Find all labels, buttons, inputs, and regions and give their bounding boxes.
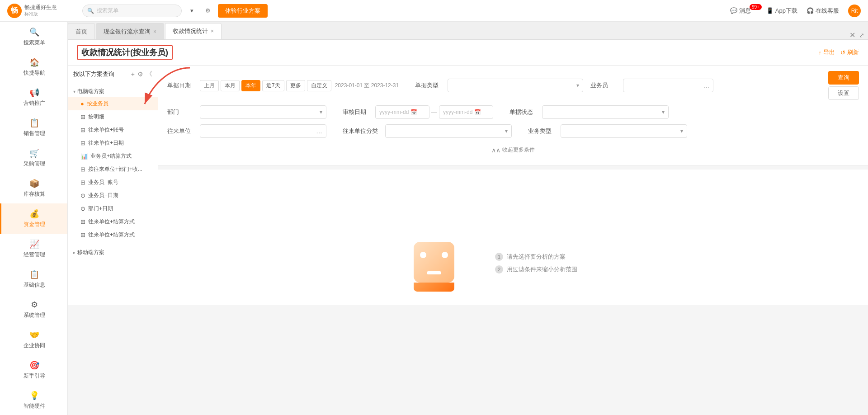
scheme-item-by-detail[interactable]: ⊞ 按明细	[68, 110, 158, 123]
tab-bar-restore-button[interactable]: ⤢	[859, 32, 864, 39]
collapse-arrow-icon: ∧∧	[491, 146, 500, 154]
scheme-item-partner-settlement1[interactable]: ⊞ 往来单位+结算方式	[68, 215, 158, 228]
scheme-partner-settlement2-icon: ⊞	[80, 231, 85, 238]
date-filter-label: 单据日期	[167, 81, 193, 90]
inventory-icon: 📦	[29, 179, 39, 189]
tab-collection-stats-close-icon[interactable]: ×	[211, 28, 214, 34]
sidebar-item-search[interactable]: 🔍 搜索菜单	[0, 22, 67, 52]
sidebar-item-quick-nav[interactable]: 🏠 快捷导航	[0, 52, 67, 82]
date-range-display: 2023-01-01 至 2023-12-31	[335, 82, 399, 90]
tab-bank-flow[interactable]: 现金银行流水查询 ×	[96, 23, 164, 39]
page-actions: ↑ 导出 ↺ 刷新	[819, 48, 859, 57]
scheme-item-partner-account[interactable]: ⊞ 往来单位+账号	[68, 123, 158, 137]
sidebar-item-guide[interactable]: 🎯 新手引导	[0, 355, 67, 385]
scheme-collapse-button[interactable]: 《	[146, 70, 152, 78]
scheme-setting-button[interactable]: ⚙	[137, 70, 143, 78]
tab-bank-flow-label: 现金银行流水查询	[104, 28, 151, 36]
scheme-item-salesman-settlement[interactable]: 📊 业务员+结算方式	[68, 150, 158, 163]
date-btn-7days[interactable]: 近7天	[262, 80, 284, 91]
review-date-range: yyyy-mm-dd 📅 — yyyy-mm-dd 📅	[375, 105, 493, 119]
scheme-partner-date-label: 往来单位+日期	[88, 139, 124, 147]
refresh-button[interactable]: ↺ 刷新	[840, 48, 859, 57]
doc-status-select[interactable]: ▾	[542, 105, 669, 119]
date-btn-custom[interactable]: 自定义	[307, 80, 331, 91]
sidebar: 🔍 搜索菜单 🏠 快捷导航 📢 营销推广 📋 销售管理 🛒 采购管理 📦 库存核…	[0, 22, 68, 415]
scheme-item-partner-date[interactable]: ⊞ 往来单位+日期	[68, 137, 158, 150]
online-service-button[interactable]: 🎧 在线客服	[807, 7, 839, 15]
partner-more-icon[interactable]: …	[316, 127, 322, 135]
dept-chevron-icon: ▾	[320, 109, 322, 115]
mobile-group-label: 移动端方案	[77, 249, 104, 256]
tab-bar-close-all-button[interactable]: ✕	[849, 31, 855, 39]
user-avatar-button[interactable]: Rit	[848, 5, 861, 17]
review-date-to-input[interactable]: yyyy-mm-dd 📅	[439, 105, 493, 119]
date-btn-more[interactable]: 更多	[286, 80, 305, 91]
trial-industry-button[interactable]: 体验行业方案	[218, 4, 268, 18]
sidebar-item-sales[interactable]: 📋 销售管理	[0, 113, 67, 143]
partner-select[interactable]: …	[200, 124, 326, 138]
settings-gear-button[interactable]: ⚙	[202, 5, 214, 17]
date-btn-this-year[interactable]: 本年	[241, 80, 260, 91]
hint-text-2: 用过滤条件来缩小分析范围	[507, 265, 577, 274]
query-button[interactable]: 查询	[828, 71, 859, 85]
message-button[interactable]: 💬 消息 99+	[730, 7, 757, 15]
tab-collection-stats[interactable]: 收款情况统计 ×	[165, 23, 222, 39]
mobile-scheme-group-title[interactable]: ▸ 移动端方案	[68, 247, 158, 258]
tab-collection-stats-label: 收款情况统计	[173, 27, 208, 35]
scheme-partner-account-icon: ⊞	[80, 127, 85, 133]
dept-select[interactable]: ▾	[200, 105, 326, 119]
empty-hint-2: 2 用过滤条件来缩小分析范围	[495, 265, 577, 274]
main-content: 按以下方案查询 + ⚙ 《 ▾ 电脑端方案	[68, 66, 868, 305]
empty-robot-illustration	[414, 242, 454, 292]
salesman-select[interactable]: …	[623, 79, 713, 92]
system-icon: ⚙	[31, 300, 38, 310]
sidebar-label-finance: 资金管理	[24, 221, 45, 228]
sidebar-item-inventory[interactable]: 📦 库存核算	[0, 173, 67, 203]
sidebar-label-sales: 销售管理	[24, 130, 45, 137]
scheme-salesman-settlement-icon: 📊	[80, 153, 88, 160]
partner-cat-select[interactable]: ▾	[385, 124, 512, 138]
sidebar-item-marketing[interactable]: 📢 营销推广	[0, 82, 67, 113]
tab-home[interactable]: 首页	[68, 23, 95, 39]
scheme-item-by-salesman[interactable]: ● 按业务员	[68, 97, 158, 110]
scheme-item-salesman-account[interactable]: ⊞ 业务员+账号	[68, 176, 158, 189]
empty-hint-1: 1 请先选择要分析的方案	[495, 253, 577, 261]
sidebar-item-finance[interactable]: 💰 资金管理	[0, 203, 67, 234]
menu-search-bar[interactable]: 🔍 搜索菜单	[82, 5, 182, 17]
app-download-button[interactable]: 📱 App下载	[766, 7, 797, 15]
biz-type-select[interactable]: ▾	[561, 124, 687, 138]
settings-button[interactable]: 设置	[828, 86, 859, 100]
calendar-to-icon: 📅	[474, 109, 481, 115]
collapse-more-btn[interactable]: ∧∧ 收起更多条件	[167, 143, 859, 156]
sidebar-item-system[interactable]: ⚙ 系统管理	[0, 294, 67, 325]
export-button[interactable]: ↑ 导出	[819, 48, 835, 57]
date-btn-last-month[interactable]: 上月	[200, 80, 219, 91]
scheme-item-salesman-date[interactable]: ⊙ 业务员+日期	[68, 189, 158, 202]
scheme-add-button[interactable]: +	[131, 70, 135, 78]
date-btn-this-month[interactable]: 本月	[221, 80, 240, 91]
nav-dropdown-button[interactable]: ▾	[185, 5, 198, 17]
sidebar-item-smart-hw[interactable]: 💡 智能硬件	[0, 385, 67, 415]
scheme-salesman-label: 按业务员	[87, 100, 108, 108]
operations-icon: 📈	[29, 239, 39, 249]
desktop-scheme-group: ▾ 电脑端方案 ● 按业务员 ⊞ 按明细 ⊞	[68, 83, 158, 244]
sidebar-item-purchase[interactable]: 🛒 采购管理	[0, 143, 67, 173]
tab-bank-flow-close-icon[interactable]: ×	[153, 28, 156, 35]
enterprise-icon: 🤝	[29, 330, 39, 340]
sidebar-item-basic-info[interactable]: 📋 基础信息	[0, 264, 67, 294]
calendar-from-icon: 📅	[410, 109, 417, 115]
sidebar-item-operations[interactable]: 📈 经营管理	[0, 234, 67, 264]
sidebar-item-enterprise[interactable]: 🤝 企业协同	[0, 325, 67, 355]
page-inner: 收款情况统计(按业务员) ↑ 导出 ↺ 刷新	[68, 40, 868, 415]
scheme-item-partner-settlement2[interactable]: ⊞ 往来单位+结算方式	[68, 228, 158, 241]
message-icon: 💬	[730, 7, 737, 14]
empty-state-area: 1 请先选择要分析的方案 2 用过滤条件来缩小分析范围	[158, 170, 868, 305]
review-date-from-input[interactable]: yyyy-mm-dd 📅	[375, 105, 429, 119]
service-icon: 🎧	[807, 7, 814, 14]
salesman-more-icon[interactable]: …	[703, 82, 709, 89]
scheme-item-dept-date[interactable]: ⊙ 部门+日期	[68, 202, 158, 215]
desktop-scheme-group-title[interactable]: ▾ 电脑端方案	[68, 86, 158, 97]
scheme-partner-account-label: 往来单位+账号	[88, 126, 124, 134]
scheme-item-partner-dept[interactable]: ⊞ 按往来单位+部门+收...	[68, 163, 158, 176]
doc-type-select[interactable]: ▾	[448, 79, 583, 92]
